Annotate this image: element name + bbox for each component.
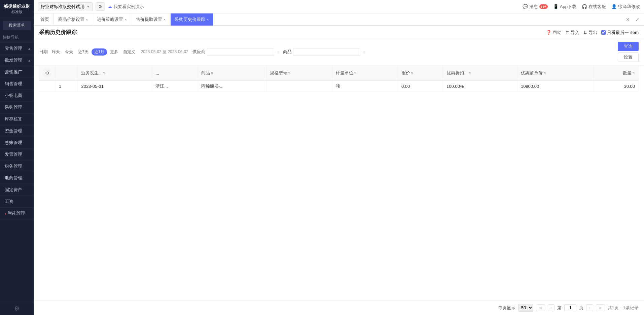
- date-filter-group: 日期 昨天 今天 近7天 近1月 更多 自定义 2023-05-02 至 202…: [39, 48, 188, 56]
- product-filter-label: 商品: [283, 49, 292, 55]
- sidebar-item-inventory[interactable]: 库存核算: [0, 113, 34, 125]
- topbar-left: 好业财标准版交付试用 ▼ ⚙ ☁ 我要看实例演示: [38, 2, 144, 11]
- date-btn-custom[interactable]: 自定义: [121, 48, 137, 56]
- maximize-tab-button[interactable]: ⤢: [633, 16, 641, 23]
- tab-close-icon[interactable]: ×: [124, 18, 127, 22]
- col-discount[interactable]: 优惠折扣... ⇅: [443, 66, 517, 81]
- page-input[interactable]: [564, 304, 576, 311]
- message-icon: 💬: [523, 4, 528, 9]
- col-pre-discount-price[interactable]: 优惠前单价 ⇅: [517, 66, 593, 81]
- product-input[interactable]: [293, 48, 360, 56]
- date-btn-last7[interactable]: 近7天: [76, 48, 91, 56]
- product-more-button[interactable]: ···: [362, 49, 365, 54]
- next-page-button[interactable]: ›: [586, 304, 593, 311]
- last-page-button[interactable]: ⊳: [596, 304, 605, 311]
- search-menu-button[interactable]: 搜索菜单: [3, 21, 31, 30]
- demo-link[interactable]: ☁ 我要看实例演示: [108, 4, 144, 10]
- sidebar-item-purchase[interactable]: 采购管理: [0, 102, 34, 113]
- page-header-actions: ❓ 帮助 ⇈ 导入 ⇊ 导出 只看最后一 item: [546, 30, 639, 36]
- expand-arrow-icon: ▲: [28, 47, 31, 50]
- sidebar-settings[interactable]: ⚙: [0, 302, 34, 315]
- sort-icon: ⇅: [211, 71, 213, 75]
- topbar-gear-button[interactable]: ⚙: [96, 2, 105, 11]
- user-menu-button[interactable]: 👤 徐泽华修改: [611, 4, 640, 10]
- sort-icon: ⇅: [543, 71, 546, 75]
- sidebar-item-marketing[interactable]: 营销推广: [0, 66, 34, 78]
- first-page-button[interactable]: ⊲: [536, 304, 545, 311]
- sidebar-item-smart[interactable]: ●智能管理: [0, 208, 34, 219]
- page-unit-label: 页: [579, 305, 583, 311]
- col-settings[interactable]: ⚙: [39, 66, 56, 81]
- col-unit[interactable]: 计量单位 ⇅: [332, 66, 398, 81]
- headset-icon: 🎧: [582, 4, 587, 9]
- col-seq: [56, 66, 78, 81]
- only-last-checkbox-label[interactable]: 只看最后一 item: [601, 30, 639, 36]
- col-product[interactable]: 商品 ⇅: [198, 66, 266, 81]
- sidebar-item-sales[interactable]: 销售管理: [0, 78, 34, 90]
- supplier-input[interactable]: [207, 48, 274, 56]
- col-qty[interactable]: 数量 ⇅: [593, 66, 638, 81]
- tab-close-icon[interactable]: ×: [164, 18, 166, 22]
- sidebar-item-salary[interactable]: 工资: [0, 196, 34, 208]
- tab-purchase-strategy[interactable]: 进价策略设置 ×: [93, 13, 131, 26]
- expand-arrow-icon: ▲: [28, 59, 31, 62]
- tab-close-icon[interactable]: ×: [207, 18, 209, 22]
- item-text: item: [630, 30, 639, 35]
- sidebar-item-retail[interactable]: 零售管理 ▲: [0, 43, 34, 55]
- filter-settings-button[interactable]: 设置: [618, 53, 639, 62]
- tab-sale-price[interactable]: 售价提取设置 ×: [132, 13, 170, 26]
- date-btn-more[interactable]: 更多: [108, 48, 120, 56]
- col-quoted-price[interactable]: 报价 ⇅: [398, 66, 443, 81]
- per-page-select[interactable]: 50: [518, 304, 533, 312]
- sidebar-item-fixed-assets[interactable]: 固定资产: [0, 184, 34, 196]
- user-icon: 👤: [611, 4, 617, 9]
- sidebar-item-wholesale[interactable]: 批发管理 ▲: [0, 55, 34, 66]
- tab-price-settings[interactable]: 商品价格设置 ×: [54, 13, 92, 26]
- message-button[interactable]: 💬 消息 99+: [523, 4, 548, 10]
- col-spec[interactable]: 规格型号 ⇅: [266, 66, 332, 81]
- app-title: 畅捷通好业财: [4, 3, 30, 9]
- help-link[interactable]: ❓ 帮助: [546, 30, 562, 36]
- version-selector[interactable]: 好业财标准版交付试用 ▼: [38, 2, 93, 11]
- sort-icon: ⇅: [288, 71, 291, 75]
- sidebar-item-finance[interactable]: 资金管理: [0, 125, 34, 137]
- only-last-checkbox[interactable]: [601, 30, 606, 35]
- import-link[interactable]: ⇈ 导入: [566, 30, 579, 36]
- sidebar-item-general-ledger[interactable]: 总账管理: [0, 137, 34, 149]
- supplier-filter-group: 供应商 ···: [192, 48, 279, 56]
- settings-icon[interactable]: ⚙: [14, 305, 20, 312]
- online-service-button[interactable]: 🎧 在线客服: [582, 4, 606, 10]
- sidebar-item-invoice[interactable]: 发票管理: [0, 149, 34, 161]
- total-info: 共1页，1条记录: [608, 305, 639, 311]
- date-btn-today[interactable]: 今天: [63, 48, 75, 56]
- col-more[interactable]: ...: [152, 66, 198, 81]
- query-button[interactable]: 查询: [618, 42, 639, 51]
- col-date[interactable]: 业务发生... ⇅: [78, 66, 152, 81]
- cell-settings: [39, 81, 56, 92]
- date-range-display: 2023-05-02 至 2023-06-02: [141, 49, 188, 55]
- sidebar-item-ecommerce[interactable]: 电商管理: [0, 172, 34, 184]
- sidebar-item-ecommerce-small[interactable]: 小畅电商: [0, 90, 34, 102]
- cell-quoted-price: 0.00: [398, 81, 443, 92]
- tab-close-icon[interactable]: ×: [86, 18, 88, 22]
- product-filter-group: 商品 ···: [283, 48, 365, 56]
- cell-discount: 100.00%: [443, 81, 517, 92]
- app-subtitle: 标准版: [11, 9, 23, 14]
- sort-icon: ⇅: [354, 71, 357, 75]
- supplier-more-button[interactable]: ···: [276, 49, 279, 54]
- tab-home[interactable]: 首页: [36, 13, 53, 26]
- export-link[interactable]: ⇊ 导出: [583, 30, 597, 36]
- date-btn-last1m[interactable]: 近1月: [92, 48, 107, 56]
- table-settings-icon[interactable]: ⚙: [42, 68, 52, 78]
- tab-purchase-history[interactable]: 采购历史价跟踪 ×: [171, 13, 213, 26]
- close-tab-button[interactable]: ✕: [624, 16, 632, 23]
- sort-icon: ⇅: [632, 71, 635, 75]
- page-label: 第: [557, 305, 562, 311]
- page-area: 采购历史价跟踪 ❓ 帮助 ⇈ 导入 ⇊ 导出 只看最后一 item: [34, 26, 644, 315]
- sidebar-item-tax[interactable]: 税务管理: [0, 161, 34, 172]
- export-icon: ⇊: [583, 30, 587, 35]
- date-btn-yesterday[interactable]: 昨天: [50, 48, 62, 56]
- prev-page-button[interactable]: ‹: [548, 304, 554, 311]
- app-download-button[interactable]: 📱 App下载: [553, 4, 576, 10]
- sidebar-search-area[interactable]: 搜索菜单: [0, 18, 34, 33]
